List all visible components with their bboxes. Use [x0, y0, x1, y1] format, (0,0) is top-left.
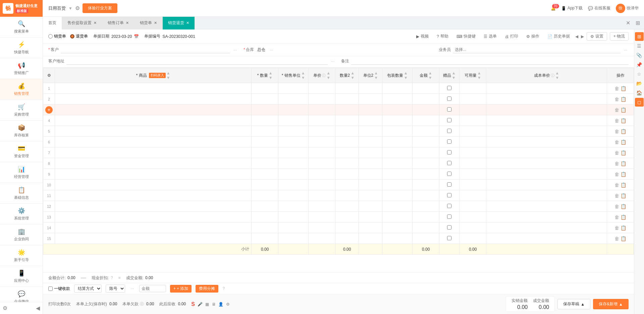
add-row-button[interactable]: + — [45, 106, 53, 114]
tab-price-settings[interactable]: 售价提取设置 ✕ — [62, 17, 102, 29]
settings-icon[interactable]: ⚙ — [75, 5, 80, 11]
print-btn[interactable]: 🖨 打印 — [502, 33, 521, 40]
tab-sales-order[interactable]: 销售订单 ✕ — [102, 17, 135, 29]
sidebar-item-marketing[interactable]: 📢 营销推广 — [0, 58, 43, 79]
gift-checkbox-10[interactable] — [447, 182, 451, 187]
sidebar-item-new-guide[interactable]: 🌟 新手引导 — [0, 245, 43, 266]
history-btn[interactable]: 📄 历史单据 — [545, 33, 573, 40]
td-cost-3[interactable] — [486, 105, 607, 115]
del-7[interactable]: 🗑 — [614, 150, 619, 155]
tab-sales-delivery[interactable]: 销货单 ✕ — [135, 17, 163, 29]
td-available-1[interactable] — [460, 83, 486, 94]
gift-checkbox-7[interactable] — [447, 150, 451, 154]
td-unit2-3[interactable] — [359, 105, 382, 115]
tab-home[interactable]: 首页 — [43, 17, 62, 29]
sidebar-item-inventory[interactable]: 📦 库存核算 — [0, 121, 43, 141]
address-dots-btn[interactable]: ··· — [330, 59, 336, 64]
tab-sales-return[interactable]: 销货退货 ✕ — [163, 17, 195, 29]
experience-button[interactable]: 体验行业方案 — [83, 3, 117, 13]
calendar-icon[interactable]: 📅 — [134, 34, 139, 39]
radio-sales[interactable]: 销货单 — [48, 34, 66, 39]
tab-close-sales-delivery[interactable]: ✕ — [154, 21, 157, 25]
td-qty-2[interactable] — [252, 94, 278, 105]
customer-input[interactable] — [61, 46, 230, 53]
settings-btn[interactable]: ⚙ 设置 — [587, 32, 607, 41]
td-cost-2[interactable] — [486, 94, 607, 105]
td-sales-unit-2[interactable] — [278, 94, 309, 105]
collapse-icon[interactable]: ◀ — [36, 305, 40, 311]
tab-close-price-settings[interactable]: ✕ — [94, 21, 97, 25]
operate-btn[interactable]: ⚙ 操作 — [524, 33, 542, 40]
delete-row-2-icon[interactable]: 🗑 — [614, 97, 619, 102]
gift-checkbox-13[interactable] — [447, 214, 451, 219]
settings-icon2[interactable]: ⚙ — [226, 302, 230, 307]
td-price-3[interactable] — [309, 105, 335, 115]
save-new-button[interactable]: 保存&新增 ▲ — [593, 299, 629, 309]
tab-expand-btn[interactable]: ⊞ — [634, 19, 641, 27]
td-pack-1[interactable] — [382, 83, 413, 94]
sidebar-item-search[interactable]: 🔍 搜索菜单 — [0, 17, 43, 38]
td-gift-1[interactable] — [439, 83, 460, 94]
sidebar-item-quick-nav[interactable]: ⚡ 快捷导航 — [0, 38, 43, 58]
del-11[interactable]: 🗑 — [614, 193, 619, 198]
gift-checkbox-3[interactable] — [447, 107, 451, 112]
app-download-btn[interactable]: 📱 App下载 — [561, 5, 583, 11]
td-amount-2[interactable] — [413, 94, 439, 105]
copy-9[interactable]: 📋 — [621, 172, 626, 177]
del-6[interactable]: 🗑 — [614, 139, 619, 145]
amount-input[interactable] — [139, 285, 166, 292]
td-amount-1[interactable] — [413, 83, 439, 94]
copy-4[interactable]: 📋 — [621, 118, 626, 123]
tab-close-sales-return[interactable]: ✕ — [186, 21, 189, 25]
dropdown-arrow-icon[interactable]: ▼ — [68, 6, 72, 11]
td-unit2-2[interactable] — [359, 94, 382, 105]
sidebar-item-finance[interactable]: 💳 资金管理 — [0, 141, 43, 162]
copy-13[interactable]: 📋 — [621, 214, 626, 220]
gift-checkbox-6[interactable] — [447, 139, 451, 144]
td-sales-unit-3[interactable] — [278, 105, 309, 115]
del-10[interactable]: 🗑 — [614, 182, 619, 188]
help-btn[interactable]: ? 帮助 — [434, 33, 451, 40]
select-btn[interactable]: ☰ 选单 — [481, 33, 499, 40]
online-service-btn[interactable]: 💬 在线客服 — [588, 5, 610, 11]
gift-checkbox-15[interactable] — [447, 236, 451, 240]
td-price-1[interactable] — [309, 83, 335, 94]
del-14[interactable]: 🗑 — [614, 225, 619, 231]
td-product-input-3[interactable] — [55, 105, 252, 115]
copy-12[interactable]: 📋 — [621, 204, 626, 209]
expense-help-icon[interactable]: ? — [222, 286, 225, 291]
del-9[interactable]: 🗑 — [614, 172, 619, 177]
microphone-icon[interactable]: 🎤 — [198, 302, 203, 307]
td-qty2-3[interactable] — [335, 105, 359, 115]
copy-14[interactable]: 📋 — [621, 225, 626, 231]
customer-dots-btn[interactable]: ··· — [232, 48, 238, 52]
td-qty2-1[interactable] — [335, 83, 359, 94]
right-panel-orange-icon[interactable]: ◻ — [635, 98, 644, 107]
copy-7[interactable]: 📋 — [621, 150, 626, 155]
sidebar-item-enterprise-wechat[interactable]: 💬 企业微信 — [0, 287, 43, 302]
address-input[interactable] — [66, 58, 328, 65]
gift-checkbox-14[interactable] — [447, 225, 451, 230]
gift-checkbox-9[interactable] — [447, 172, 451, 176]
radio-input-sales[interactable] — [48, 34, 53, 39]
remarks-input[interactable] — [351, 58, 629, 65]
right-panel-folder-icon[interactable]: 📂 — [635, 79, 644, 88]
td-product-1[interactable] — [55, 83, 252, 94]
shortcuts-btn[interactable]: ⌨ 快捷键 — [454, 33, 478, 40]
nav-prev-icon[interactable]: ◀ — [575, 34, 578, 39]
right-panel-star-icon[interactable]: ☆ — [635, 70, 644, 78]
td-available-3[interactable] — [460, 105, 486, 115]
copy-11[interactable]: 📋 — [621, 193, 626, 198]
radio-return[interactable]: 退货单 — [70, 34, 88, 39]
td-product-2[interactable] — [55, 94, 252, 105]
gift-checkbox-4[interactable] — [447, 118, 451, 122]
td-price-2[interactable] — [309, 94, 335, 105]
copy-10[interactable]: 📋 — [621, 182, 626, 188]
add-payment-btn[interactable]: + + 添加 — [170, 285, 192, 293]
sidebar-item-sys-mgmt[interactable]: ⚙️ 系统管理 — [0, 204, 43, 225]
gift-checkbox-12[interactable] — [447, 204, 451, 208]
td-sales-unit-1[interactable] — [278, 83, 309, 94]
sidebar-item-enterprise[interactable]: 🏢 企业协同 — [0, 225, 43, 245]
warehouse-dots-btn[interactable]: ··· — [269, 48, 275, 52]
td-unit2-1[interactable] — [359, 83, 382, 94]
